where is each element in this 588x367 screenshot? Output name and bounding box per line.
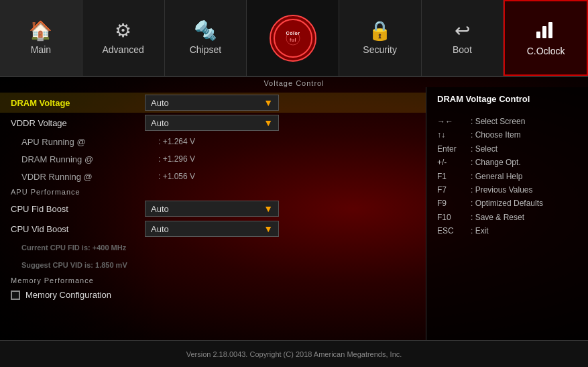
nav-item-coclock[interactable]: C.Oclock <box>504 0 588 76</box>
svg-rect-4 <box>536 32 540 38</box>
key-6: F9 <box>437 197 471 210</box>
cpu-fid-arrow: ▼ <box>263 203 273 214</box>
key-2: Enter <box>437 142 471 156</box>
memory-config-label: Memory Configuration <box>25 290 111 300</box>
current-cpu-fid-row: Current CPU FID is: +400 MHz <box>0 239 426 256</box>
key-row-1: ↑↓ : Choose Item <box>437 128 577 142</box>
nav-bar: 🏠 Main ⚙ Advanced 🔩 Chipset Color ful 🔒 … <box>0 0 588 77</box>
dram-running-row: DRAM Running @ : +1.296 V <box>0 150 426 168</box>
dram-voltage-dropdown[interactable]: Auto ▼ <box>145 95 279 111</box>
apu-running-row: APU Running @ : +1.264 V <box>0 133 426 150</box>
section-title: Voltage Control <box>263 79 324 87</box>
vddr-running-row: VDDR Running @ : +1.056 V <box>0 168 426 185</box>
key-3: +/- <box>437 156 471 169</box>
desc-1: : Choose Item <box>471 128 521 142</box>
mem-perf-section-row: Memory Performance <box>0 274 426 287</box>
nav-label-security: Security <box>363 44 397 55</box>
dram-voltage-arrow: ▼ <box>263 97 273 108</box>
cpu-vid-arrow: ▼ <box>263 223 273 234</box>
key-4: F1 <box>437 170 471 183</box>
nav-item-boot[interactable]: ↩ Boot <box>422 0 504 76</box>
key-row-2: Enter : Select <box>437 142 577 156</box>
nav-label-advanced: Advanced <box>102 44 143 55</box>
desc-0: : Select Screen <box>471 115 525 128</box>
desc-2: : Select <box>471 142 497 156</box>
vddr-running-label: VDDR Running @ <box>21 172 156 182</box>
key-row-5: F7 : Previous Values <box>437 183 577 197</box>
desc-5: : Previous Values <box>471 183 533 197</box>
apu-running-value: : +1.264 V <box>158 137 195 146</box>
coclock-icon <box>535 19 556 42</box>
key-row-6: F9 : Optimized Defaults <box>437 197 577 210</box>
footer: Version 2.18.0043. Copyright (C) 2018 Am… <box>0 340 588 367</box>
svg-rect-6 <box>548 22 552 38</box>
logo-image: Color ful <box>270 15 316 62</box>
apu-perf-title: APU Performance <box>11 188 80 196</box>
nav-label-coclock: C.Oclock <box>527 46 565 56</box>
security-icon: 🔒 <box>368 21 392 40</box>
key-0: →← <box>437 115 471 128</box>
key-row-0: →← : Select Screen <box>437 115 577 128</box>
apu-perf-section-row: APU Performance <box>0 185 426 199</box>
cpu-vid-dropdown[interactable]: Auto ▼ <box>145 221 279 237</box>
desc-8: : Exit <box>471 224 489 238</box>
nav-label-boot: Boot <box>453 44 472 55</box>
nav-item-security[interactable]: 🔒 Security <box>339 0 422 76</box>
left-panel: DRAM Voltage Auto ▼ VDDR Voltage Auto ▼ … <box>0 87 426 340</box>
key-5: F7 <box>437 183 471 197</box>
vddr-voltage-arrow: ▼ <box>263 117 273 128</box>
cpu-vid-label: CPU Vid Boost <box>11 224 145 234</box>
cpu-fid-label: CPU Fid Boost <box>11 204 145 214</box>
vddr-running-value: : +1.056 V <box>158 172 195 181</box>
key-7: F10 <box>437 211 471 224</box>
key-help: →← : Select Screen ↑↓ : Choose Item Ente… <box>437 115 577 238</box>
dram-voltage-value: Auto <box>151 98 169 108</box>
dram-running-value: : +1.296 V <box>158 154 195 164</box>
nav-label-chipset: Chipset <box>190 44 221 55</box>
key-row-7: F10 : Save & Reset <box>437 211 577 224</box>
apu-running-label: APU Running @ <box>21 137 156 147</box>
main-content: DRAM Voltage Auto ▼ VDDR Voltage Auto ▼ … <box>0 87 588 340</box>
cpu-vid-value: Auto <box>151 224 169 234</box>
desc-6: : Optimized Defaults <box>471 197 543 210</box>
nav-label-main: Main <box>31 44 51 55</box>
advanced-icon: ⚙ <box>115 21 131 40</box>
vddr-voltage-value: Auto <box>151 118 169 128</box>
dram-voltage-row[interactable]: DRAM Voltage Auto ▼ <box>0 93 426 113</box>
suggest-cpu-vid-label: Suggest CPU VID is: 1.850 mV <box>21 261 156 269</box>
nav-item-chipset[interactable]: 🔩 Chipset <box>165 0 247 76</box>
chipset-icon: 🔩 <box>194 21 217 40</box>
help-title: DRAM Voltage Control <box>437 94 577 104</box>
suggest-cpu-vid-row: Suggest CPU VID is: 1.850 mV <box>0 256 426 274</box>
desc-4: : General Help <box>471 170 522 183</box>
nav-item-advanced[interactable]: ⚙ Advanced <box>82 0 165 76</box>
vddr-voltage-row[interactable]: VDDR Voltage Auto ▼ <box>0 113 426 133</box>
key-8: ESC <box>437 224 471 238</box>
svg-text:ful: ful <box>289 38 296 42</box>
desc-3: : Change Opt. <box>471 156 521 169</box>
footer-text: Version 2.18.0043. Copyright (C) 2018 Am… <box>186 350 402 358</box>
vddr-voltage-dropdown[interactable]: Auto ▼ <box>145 115 279 131</box>
nav-item-main[interactable]: 🏠 Main <box>0 0 82 76</box>
vddr-voltage-label: VDDR Voltage <box>11 118 145 128</box>
cpu-fid-dropdown[interactable]: Auto ▼ <box>145 201 279 217</box>
memory-config-row[interactable]: Memory Configuration <box>0 287 426 303</box>
key-1: ↑↓ <box>437 128 471 142</box>
desc-7: : Save & Reset <box>471 211 524 224</box>
right-panel: DRAM Voltage Control →← : Select Screen … <box>426 87 588 340</box>
mem-perf-title: Memory Performance <box>11 276 94 284</box>
cpu-fid-row[interactable]: CPU Fid Boost Auto ▼ <box>0 199 426 219</box>
home-icon: 🏠 <box>29 21 52 40</box>
key-row-8: ESC : Exit <box>437 224 577 238</box>
key-row-3: +/- : Change Opt. <box>437 156 577 169</box>
svg-rect-5 <box>542 26 546 38</box>
boot-icon: ↩ <box>455 21 470 40</box>
cpu-vid-row[interactable]: CPU Vid Boost Auto ▼ <box>0 219 426 239</box>
nav-logo: Color ful <box>247 0 339 76</box>
dram-running-label: DRAM Running @ <box>21 154 156 164</box>
cpu-fid-value: Auto <box>151 204 169 214</box>
current-cpu-fid-label: Current CPU FID is: +400 MHz <box>21 244 156 252</box>
memory-config-checkbox[interactable] <box>11 291 20 300</box>
dram-voltage-label: DRAM Voltage <box>11 98 145 108</box>
key-row-4: F1 : General Help <box>437 170 577 183</box>
